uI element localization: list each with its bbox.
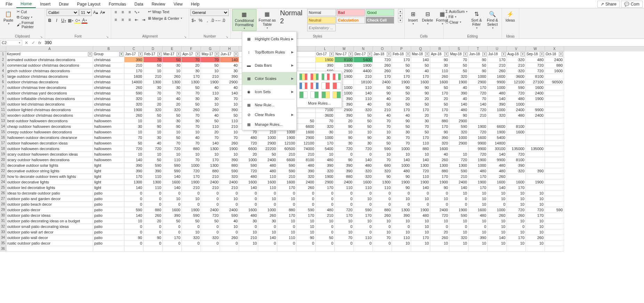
cell[interactable]: 0 (449, 196, 468, 202)
column-header[interactable]: L (316, 47, 335, 51)
cell[interactable]: outdoor patio decor ideas (6, 213, 93, 218)
cell[interactable]: 6600 (277, 157, 296, 163)
cell[interactable]: 50 (201, 118, 220, 124)
cell[interactable]: 0 (201, 196, 220, 202)
cs-blue-white-red[interactable] (299, 82, 308, 89)
cell[interactable]: 390 (335, 168, 354, 174)
cell[interactable] (296, 113, 316, 118)
cell[interactable]: 90 (335, 124, 354, 129)
cell[interactable]: 170 (430, 174, 449, 179)
row-header[interactable]: 36 (0, 246, 6, 252)
cell[interactable]: 0 (392, 202, 411, 207)
cell[interactable]: 720 (354, 146, 373, 152)
cell[interactable]: 0 (373, 240, 392, 246)
cell[interactable]: 720 (430, 213, 449, 218)
cell[interactable]: 1300 (182, 79, 201, 85)
cell[interactable]: 390 (296, 168, 316, 174)
cell[interactable]: rustic outdoor patio decor (6, 240, 93, 246)
cell[interactable]: 90 (373, 90, 392, 96)
cell[interactable]: 5400 (488, 135, 507, 140)
cell[interactable]: 2900 (220, 79, 239, 85)
cell[interactable]: 0 (239, 190, 258, 196)
filter-arrow-icon[interactable]: ▾ (444, 52, 448, 56)
cell[interactable]: 10 (239, 229, 258, 235)
row-header[interactable]: 28 (0, 202, 6, 207)
cf-icon-sets[interactable]: ◉Icon Sets▶ (242, 85, 296, 98)
cell[interactable] (411, 246, 430, 252)
cell[interactable]: 390 (220, 74, 239, 79)
cell[interactable]: 170 (392, 57, 411, 63)
cell[interactable]: 1000 (449, 135, 468, 140)
cell[interactable]: 50 (201, 218, 220, 224)
cell[interactable] (449, 146, 468, 152)
cell[interactable]: 590 (220, 213, 239, 218)
cell[interactable]: 10 (124, 218, 144, 224)
cell[interactable]: 10 (201, 152, 220, 157)
cell[interactable]: 110 (144, 185, 163, 190)
cell[interactable]: 10 (488, 196, 507, 202)
cell[interactable]: 0 (354, 229, 373, 235)
cell[interactable]: 30 (430, 63, 449, 68)
cell[interactable]: 10 (449, 190, 468, 196)
cell[interactable]: 390 (507, 163, 526, 168)
row-header[interactable]: 12 (0, 113, 6, 118)
cell[interactable]: 10 (182, 129, 201, 135)
cell[interactable]: 70 (182, 157, 201, 163)
cell[interactable]: 50 (144, 157, 163, 163)
cell[interactable]: 0 (201, 190, 220, 196)
cell[interactable]: 4400 (354, 68, 373, 74)
cell[interactable]: 0 (163, 202, 182, 207)
cell[interactable]: 50 (411, 129, 430, 135)
cell[interactable]: 170 (526, 213, 545, 218)
cell[interactable]: 40 (201, 85, 220, 90)
cell[interactable]: 0 (163, 224, 182, 229)
cell[interactable]: 1900 (392, 79, 411, 85)
cell[interactable]: 70 (392, 140, 411, 146)
cell[interactable]: how to decorate outdoor trees with light… (6, 174, 93, 179)
cell[interactable]: 480 (488, 168, 507, 174)
cell[interactable]: 90 (144, 235, 163, 240)
cell[interactable]: outdoor patio and garden decor (6, 196, 93, 202)
cell[interactable]: 40 (220, 63, 239, 68)
cell[interactable]: 590 (182, 213, 201, 218)
cell[interactable]: 260 (526, 235, 545, 240)
cell[interactable]: 70 (430, 113, 449, 118)
cell[interactable]: 480 (526, 57, 545, 63)
cell[interactable]: 110 (411, 174, 430, 179)
cell[interactable]: 30 (239, 218, 258, 224)
filter-arrow-icon[interactable]: ▾ (559, 52, 563, 56)
cell[interactable] (526, 135, 545, 140)
tab-page-layout[interactable]: Page Layout (73, 1, 104, 8)
cell[interactable]: 0 (430, 190, 449, 196)
cell[interactable]: 30 (182, 96, 201, 101)
cell[interactable]: 10 (354, 129, 373, 135)
cell[interactable]: 90 (430, 185, 449, 190)
cell[interactable]: 390 (124, 163, 144, 168)
cell[interactable]: 10 (468, 240, 488, 246)
cell[interactable]: 135000 (507, 146, 526, 152)
cell[interactable]: 90 (468, 68, 488, 74)
cell[interactable]: 390 (316, 163, 335, 168)
cell[interactable]: 320 (354, 174, 373, 179)
cell[interactable]: 20 (201, 129, 220, 135)
cell[interactable]: 8100 (507, 124, 526, 129)
cell[interactable]: 140 (392, 157, 411, 163)
cell[interactable]: 170 (392, 107, 411, 113)
cell[interactable]: 10 (449, 152, 468, 157)
cell[interactable]: 30 (258, 218, 277, 224)
cell[interactable]: 30 (201, 96, 220, 101)
cell[interactable]: 10 (182, 196, 201, 202)
cell[interactable] (526, 101, 545, 107)
cell[interactable]: 10 (488, 218, 507, 224)
row-header[interactable]: 20 (0, 157, 6, 163)
cell[interactable]: 50 (373, 140, 392, 146)
filter-arrow-icon[interactable]: ▾ (540, 52, 544, 56)
cell[interactable]: 1900 (201, 79, 220, 85)
cell[interactable]: outdoor patio decor (6, 207, 93, 213)
cell[interactable]: 10 (258, 229, 277, 235)
column-header[interactable]: U (488, 47, 507, 51)
cell[interactable] (124, 246, 144, 252)
cell[interactable]: 0 (201, 224, 220, 229)
filter-arrow-icon[interactable]: ▾ (406, 52, 410, 56)
cell[interactable]: 10 (392, 229, 411, 235)
